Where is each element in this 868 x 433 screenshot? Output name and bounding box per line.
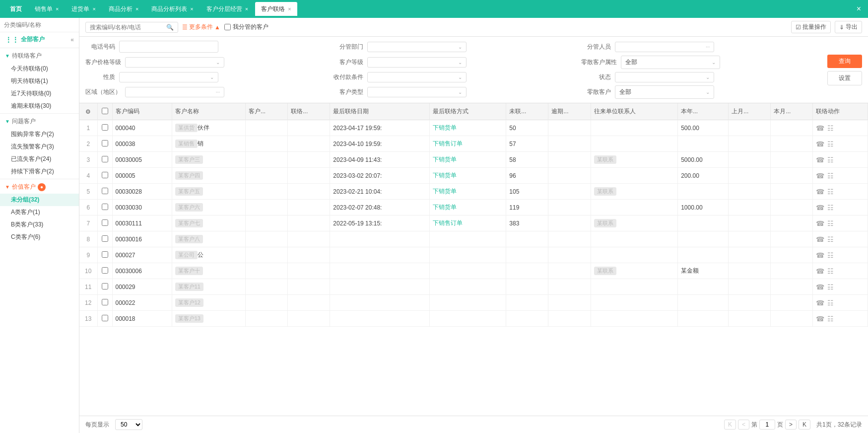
customer-level-select[interactable]: ⌄ bbox=[367, 57, 467, 68]
sidebar-item-overdue-contact[interactable]: 逾期未联络(30) bbox=[0, 100, 79, 112]
method-link[interactable]: 下销售订单 bbox=[433, 140, 463, 147]
phone-action-icon[interactable]: ☎ bbox=[816, 219, 824, 227]
dept-select[interactable]: ⌄ bbox=[367, 42, 467, 52]
main-search-icon[interactable]: 🔍 bbox=[166, 24, 174, 31]
prev-page-button[interactable]: < bbox=[738, 420, 749, 430]
payment-select[interactable]: ⌄ bbox=[367, 72, 467, 82]
phone-action-icon[interactable]: ☎ bbox=[816, 235, 824, 243]
phone-action-icon[interactable]: ☎ bbox=[816, 140, 824, 148]
row-checkbox[interactable] bbox=[102, 204, 108, 210]
more-action-icon[interactable]: ☷ bbox=[827, 267, 834, 275]
nature-select[interactable]: ⌄ bbox=[119, 72, 218, 82]
phone-action-icon[interactable]: ☎ bbox=[816, 124, 824, 132]
sidebar-item-ungroped[interactable]: 未分组(32) bbox=[0, 194, 79, 206]
window-close-button[interactable]: × bbox=[854, 4, 864, 13]
last-page-button[interactable]: K bbox=[799, 420, 810, 430]
method-link[interactable]: 下销货单 bbox=[433, 124, 457, 131]
close-goods-analysis-icon[interactable]: × bbox=[135, 6, 138, 12]
retail-customer-select[interactable]: 全部 ⌄ bbox=[615, 85, 714, 99]
close-customer-segment-icon[interactable]: × bbox=[245, 6, 248, 12]
more-action-icon[interactable]: ☷ bbox=[827, 299, 834, 307]
row-checkbox-cell[interactable] bbox=[97, 295, 112, 311]
phone-action-icon[interactable]: ☎ bbox=[816, 156, 824, 164]
tab-customer-contact[interactable]: 客户联络 × bbox=[255, 2, 297, 16]
select-all-checkbox[interactable] bbox=[102, 108, 108, 114]
customer-type-select[interactable]: ⌄ bbox=[367, 87, 467, 97]
close-sales-icon[interactable]: × bbox=[56, 6, 59, 12]
more-conditions-button[interactable]: ☰ 更多条件 ▲ bbox=[182, 23, 220, 31]
row-checkbox-cell[interactable] bbox=[97, 311, 112, 327]
retail-attr-select[interactable]: 全部 ⌄ bbox=[621, 56, 720, 69]
row-checkbox[interactable] bbox=[102, 299, 108, 305]
row-checkbox[interactable] bbox=[102, 188, 108, 194]
more-action-icon[interactable]: ☷ bbox=[827, 124, 834, 132]
phone-action-icon[interactable]: ☎ bbox=[816, 172, 824, 180]
row-checkbox-cell[interactable] bbox=[97, 136, 112, 152]
more-action-icon[interactable]: ☷ bbox=[827, 188, 834, 196]
row-checkbox[interactable] bbox=[102, 251, 108, 258]
sidebar-group-pending[interactable]: ▼ 待联络客户 bbox=[0, 49, 79, 63]
row-checkbox-cell[interactable] bbox=[97, 200, 112, 216]
col-checkbox[interactable] bbox=[97, 103, 112, 120]
more-action-icon[interactable]: ☷ bbox=[827, 315, 834, 323]
phone-action-icon[interactable]: ☎ bbox=[816, 267, 824, 275]
sidebar-item-churned[interactable]: 已流失客户(24) bbox=[0, 153, 79, 165]
phone-action-icon[interactable]: ☎ bbox=[816, 315, 824, 323]
main-search-input[interactable] bbox=[90, 24, 164, 31]
tab-goods-analysis-list[interactable]: 商品分析列表 × bbox=[145, 2, 199, 16]
phone-action-icon[interactable]: ☎ bbox=[816, 299, 824, 307]
row-checkbox[interactable] bbox=[102, 140, 108, 146]
tab-customer-segment[interactable]: 客户分层经营 × bbox=[200, 2, 254, 16]
my-customers-checkbox-area[interactable]: 我分管的客户 bbox=[224, 23, 268, 31]
tab-goods-analysis[interactable]: 商品分析 × bbox=[103, 2, 144, 16]
row-checkbox-cell[interactable] bbox=[97, 216, 112, 231]
row-checkbox[interactable] bbox=[102, 283, 108, 289]
sidebar-item-class-a[interactable]: A类客户(1) bbox=[0, 206, 79, 218]
sidebar-item-class-b[interactable]: B类客户(33) bbox=[0, 218, 79, 231]
row-checkbox-cell[interactable] bbox=[97, 279, 112, 295]
row-checkbox-cell[interactable] bbox=[97, 120, 112, 136]
more-action-icon[interactable]: ☷ bbox=[827, 235, 834, 243]
row-checkbox[interactable] bbox=[102, 219, 108, 226]
row-checkbox[interactable] bbox=[102, 235, 108, 242]
more-action-icon[interactable]: ☷ bbox=[827, 204, 834, 212]
row-checkbox[interactable] bbox=[102, 172, 108, 178]
region-select[interactable]: ··· bbox=[125, 87, 224, 97]
more-action-icon[interactable]: ☷ bbox=[827, 283, 834, 291]
row-checkbox-cell[interactable] bbox=[97, 184, 112, 200]
close-goods-analysis-list-icon[interactable]: × bbox=[190, 6, 193, 12]
row-checkbox[interactable] bbox=[102, 124, 108, 131]
method-link[interactable]: 下销货单 bbox=[433, 204, 457, 211]
close-customer-contact-icon[interactable]: × bbox=[288, 6, 291, 12]
more-action-icon[interactable]: ☷ bbox=[827, 219, 834, 227]
more-action-icon[interactable]: ☷ bbox=[827, 156, 834, 164]
tab-home[interactable]: 首页 bbox=[4, 2, 28, 16]
price-level-select[interactable]: ⌄ bbox=[125, 57, 224, 68]
phone-input[interactable] bbox=[119, 41, 218, 53]
row-checkbox-cell[interactable] bbox=[97, 263, 112, 279]
phone-action-icon[interactable]: ☎ bbox=[816, 251, 824, 259]
row-checkbox-cell[interactable] bbox=[97, 168, 112, 184]
method-link[interactable]: 下销货单 bbox=[433, 156, 457, 163]
row-checkbox[interactable] bbox=[102, 315, 108, 321]
col-setting[interactable]: ⚙ bbox=[79, 103, 97, 120]
first-page-button[interactable]: K bbox=[724, 420, 736, 430]
sidebar-item-declining[interactable]: 持续下滑客户(2) bbox=[0, 165, 79, 178]
sidebar-item-7days-pending[interactable]: 近7天待联络(0) bbox=[0, 87, 79, 100]
sidebar-group-problem[interactable]: ▼ 问题客户 bbox=[0, 115, 79, 128]
sidebar-search-input[interactable] bbox=[4, 21, 78, 28]
row-checkbox-cell[interactable] bbox=[97, 152, 112, 168]
more-action-icon[interactable]: ☷ bbox=[827, 172, 834, 180]
next-page-button[interactable]: > bbox=[785, 420, 797, 430]
tab-purchase[interactable]: 进货单 × bbox=[66, 2, 101, 16]
sidebar-all-customers[interactable]: ⋮⋮ 全部客户 « bbox=[0, 32, 79, 47]
collapse-all-icon[interactable]: « bbox=[70, 36, 74, 43]
method-link[interactable]: 下销货单 bbox=[433, 188, 457, 195]
sidebar-item-today-pending[interactable]: 今天待联络(0) bbox=[0, 63, 79, 75]
close-purchase-icon[interactable]: × bbox=[92, 6, 95, 12]
phone-action-icon[interactable]: ☎ bbox=[816, 283, 824, 291]
sidebar-item-churn-warning[interactable]: 流失预警客户(3) bbox=[0, 141, 79, 153]
method-link[interactable]: 下销售订单 bbox=[433, 219, 463, 226]
batch-operation-button[interactable]: ☑ 批量操作 bbox=[791, 21, 831, 33]
phone-action-icon[interactable]: ☎ bbox=[816, 188, 824, 196]
